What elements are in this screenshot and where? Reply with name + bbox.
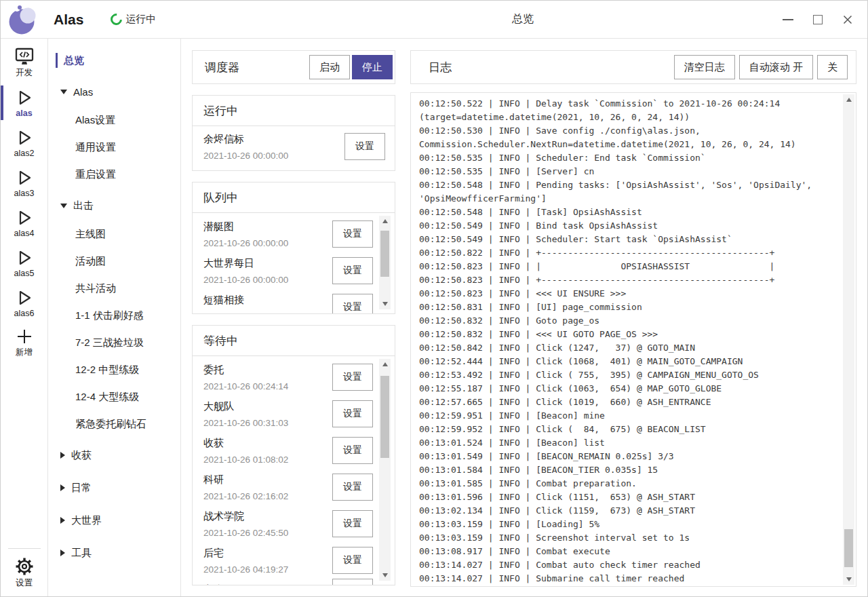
log-line: 00:12:57.665 | INFO | Click (1019, 660) … bbox=[419, 396, 838, 409]
scrollbar-thumb[interactable] bbox=[380, 376, 389, 458]
nav-item-label: Alas设置 bbox=[75, 114, 115, 127]
task-settings-button[interactable]: 设置 bbox=[332, 579, 373, 585]
running-panel: 运行中 余烬信标 2021-10-26 00:00:00 设置 bbox=[192, 95, 395, 171]
log-line: 00:12:53.492 | INFO | Click ( 755, 395) … bbox=[419, 368, 838, 382]
close-button[interactable] bbox=[837, 9, 858, 30]
sidebar-item-alas4[interactable]: alas4 bbox=[1, 203, 47, 243]
nav-item-restart-settings[interactable]: 重启设置 bbox=[48, 161, 180, 188]
nav-item-12-4[interactable]: 12-4 大型练级 bbox=[48, 383, 180, 410]
log-off-button[interactable]: 关 bbox=[817, 55, 848, 79]
nav-group-tools[interactable]: 工具 bbox=[48, 538, 180, 568]
play-icon bbox=[15, 128, 34, 147]
nav-group-sortie[interactable]: 出击 bbox=[48, 191, 180, 220]
nav-group-label: 收获 bbox=[71, 449, 92, 462]
play-icon bbox=[15, 208, 34, 227]
nav-item-label: 7-2 三战捡垃圾 bbox=[75, 336, 144, 349]
nav-group-alas[interactable]: Alas bbox=[48, 77, 180, 107]
log-line: 00:13:01.584 | INFO | [BEACON_TIER 0.035… bbox=[419, 463, 838, 477]
log-line: 00:13:01.524 | INFO | [Beacon] list bbox=[419, 436, 838, 450]
task-settings-button[interactable]: 设置 bbox=[332, 400, 373, 427]
scroll-up-button[interactable] bbox=[843, 94, 854, 105]
sidebar-item-label: alas5 bbox=[14, 269, 35, 278]
scrollbar-track[interactable] bbox=[379, 370, 391, 570]
scroll-up-button[interactable] bbox=[379, 359, 391, 370]
nav-group-label: 大世界 bbox=[71, 514, 102, 527]
task-settings-button[interactable]: 设置 bbox=[344, 133, 385, 160]
nav-item-event-map[interactable]: 活动图 bbox=[48, 248, 180, 275]
clear-log-button[interactable]: 清空日志 bbox=[674, 55, 735, 79]
minimize-button[interactable] bbox=[778, 9, 798, 30]
scrollbar[interactable] bbox=[379, 216, 391, 309]
autoscroll-toggle-button[interactable]: 自动滚动 开 bbox=[739, 55, 813, 79]
running-title: 运行中 bbox=[193, 96, 395, 126]
task-name: 潜艇图 bbox=[203, 220, 354, 233]
log-line: 00:12:50.832 | INFO | <<< UI GOTO PAGE_O… bbox=[419, 328, 838, 341]
nav-item-main-map[interactable]: 主线图 bbox=[48, 220, 180, 248]
scrollbar-track[interactable] bbox=[379, 227, 391, 298]
task-settings-button[interactable]: 设置 bbox=[332, 257, 373, 284]
scrollbar[interactable] bbox=[379, 359, 391, 581]
sidebar-item-alas6[interactable]: alas6 bbox=[1, 283, 47, 323]
nav-item-general-settings[interactable]: 通用设置 bbox=[48, 134, 180, 161]
play-icon bbox=[15, 288, 34, 307]
nav-item-7-2[interactable]: 7-2 三战捡垃圾 bbox=[48, 329, 180, 356]
task-time: 2021-10-26 00:24:14 bbox=[203, 381, 354, 391]
sidebar-item-dev[interactable]: 开发 bbox=[1, 43, 47, 83]
scroll-up-button[interactable] bbox=[379, 216, 391, 227]
scroll-down-icon bbox=[846, 577, 852, 581]
nav-item-12-2[interactable]: 12-2 中型练级 bbox=[48, 356, 180, 383]
scroll-down-button[interactable] bbox=[379, 298, 391, 309]
nav-item-label: 共斗活动 bbox=[75, 282, 116, 295]
log-line: 00:13:14.027 | INFO | Submarine call tim… bbox=[419, 572, 838, 585]
nav-group-opsi[interactable]: 大世界 bbox=[48, 505, 180, 535]
task-settings-button[interactable]: 设置 bbox=[332, 294, 373, 313]
start-button[interactable]: 启动 bbox=[309, 55, 350, 79]
task-settings-button[interactable]: 设置 bbox=[332, 510, 373, 537]
sidebar-item-settings[interactable]: 设置 bbox=[1, 552, 47, 594]
nav-item-urgent-commission[interactable]: 紧急委托刷钻石 bbox=[48, 410, 180, 438]
scroll-down-button[interactable] bbox=[843, 574, 854, 585]
task-settings-button[interactable]: 设置 bbox=[332, 474, 373, 501]
task-name: 科研 bbox=[203, 474, 354, 486]
config-sidebar: 开发 alas alas2 alas3 alas4 alas5 bbox=[1, 39, 48, 596]
scrollbar-track[interactable] bbox=[843, 105, 854, 574]
log-line: 00:12:50.535 | INFO | Scheduler: End tas… bbox=[419, 151, 838, 165]
app-window: Alas 运行中 总览 开发 bbox=[0, 0, 868, 597]
sidebar-item-alas3[interactable]: alas3 bbox=[1, 163, 47, 203]
add-config-button[interactable]: 新增 bbox=[1, 323, 47, 363]
sidebar-item-alas2[interactable]: alas2 bbox=[1, 123, 47, 163]
task-time: 2021-10-26 00:00:00 bbox=[203, 238, 354, 248]
nav-group-reward[interactable]: 收获 bbox=[48, 440, 180, 470]
task-settings-button[interactable]: 设置 bbox=[332, 437, 373, 464]
task-settings-button[interactable]: 设置 bbox=[332, 220, 373, 248]
task-row: 委托 2021-10-26 00:24:14 设置 bbox=[203, 359, 354, 396]
running-spinner-icon bbox=[108, 12, 125, 28]
sidebar-item-alas5[interactable]: alas5 bbox=[1, 243, 47, 283]
scrollbar[interactable] bbox=[843, 94, 854, 585]
sidebar-item-alas[interactable]: alas bbox=[1, 83, 47, 123]
log-line: 00:13:01.596 | INFO | Click (1151, 653) … bbox=[419, 490, 838, 504]
sidebar-item-label: 新增 bbox=[16, 347, 33, 358]
scroll-down-button[interactable] bbox=[379, 570, 391, 581]
maximize-button[interactable] bbox=[808, 9, 828, 30]
scrollbar-thumb[interactable] bbox=[844, 529, 853, 566]
titlebar: Alas 运行中 总览 bbox=[1, 1, 867, 39]
log-title: 日志 bbox=[429, 60, 452, 75]
code-monitor-icon bbox=[14, 47, 35, 66]
nav-item-overview[interactable]: 总览 bbox=[48, 47, 180, 74]
sidebar-item-label: alas3 bbox=[14, 189, 35, 198]
log-line: Commission.Scheduler.NextRun=datetime.da… bbox=[419, 138, 838, 151]
scrollbar-thumb[interactable] bbox=[380, 231, 389, 277]
scheduler-panel: 调度器 启动 停止 bbox=[192, 50, 395, 84]
nav-group-daily[interactable]: 日常 bbox=[48, 473, 180, 503]
nav-item-alas-settings[interactable]: Alas设置 bbox=[48, 107, 180, 134]
nav-item-coalition[interactable]: 共斗活动 bbox=[48, 275, 180, 302]
task-settings-button[interactable]: 设置 bbox=[332, 547, 373, 574]
log-line: 00:12:55.187 | INFO | Click (1063, 654) … bbox=[419, 382, 838, 396]
task-settings-button[interactable]: 设置 bbox=[332, 364, 373, 391]
nav-item-1-1[interactable]: 1-1 伏击刷好感 bbox=[48, 302, 180, 329]
alas-logo-icon bbox=[7, 4, 39, 35]
play-icon bbox=[15, 88, 34, 107]
log-line: 00:12:50.549 | INFO | Scheduler: Start t… bbox=[419, 233, 838, 246]
stop-button[interactable]: 停止 bbox=[352, 55, 393, 79]
